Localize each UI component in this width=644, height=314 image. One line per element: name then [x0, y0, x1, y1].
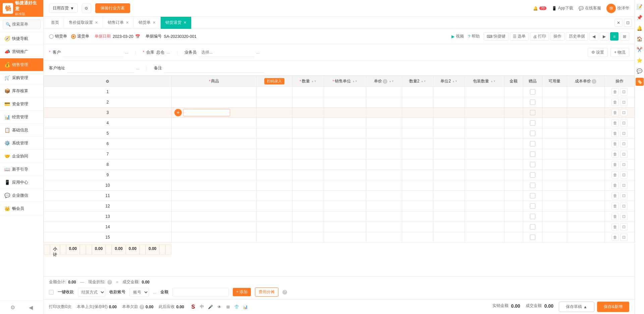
- row-copy-btn-14[interactable]: ⊡: [620, 223, 628, 231]
- logistics-side-btn[interactable]: + 物流: [610, 48, 629, 57]
- sidebar-item-quick-nav[interactable]: 🧭 快捷导航: [0, 32, 43, 45]
- cost-info-icon[interactable]: i: [592, 79, 596, 84]
- row-copy-btn-13[interactable]: ⊡: [620, 213, 628, 220]
- print-btn[interactable]: 🖨 打印: [530, 32, 549, 41]
- row-copy-btn-8[interactable]: ⊡: [620, 161, 628, 168]
- row-product-5[interactable]: [171, 128, 257, 139]
- row-cost-13[interactable]: [567, 211, 604, 222]
- row-price-2[interactable]: [366, 97, 402, 108]
- right-icon-active[interactable]: 🏷️: [636, 78, 644, 86]
- right-icon-notification[interactable]: 🔔: [636, 24, 644, 32]
- remarks-input[interactable]: [164, 63, 265, 73]
- sidebar-item-vip[interactable]: 👑 畅会员: [0, 202, 43, 215]
- row-price-4[interactable]: [366, 118, 402, 128]
- sidebar-item-marketing[interactable]: 📣 营销推广: [0, 45, 43, 58]
- row-copy-btn-6[interactable]: ⊡: [620, 140, 628, 147]
- row-product-9[interactable]: [171, 170, 257, 180]
- gift-checkbox-3[interactable]: [530, 110, 535, 115]
- gift-checkbox-7[interactable]: [530, 151, 535, 157]
- row-unit2-11[interactable]: [433, 191, 465, 201]
- save-new-button[interactable]: 保存&新增: [597, 302, 629, 312]
- row-available-2[interactable]: [542, 97, 567, 108]
- row-unit-4[interactable]: [324, 118, 366, 128]
- row-price-3[interactable]: [366, 108, 402, 118]
- row-qty-8[interactable]: [292, 160, 324, 170]
- expand-tab-button[interactable]: ⊡: [624, 19, 632, 27]
- row-cost-6[interactable]: [567, 139, 604, 149]
- row-delete-btn-6[interactable]: 🗑: [611, 140, 619, 147]
- gift-checkbox-9[interactable]: [530, 172, 535, 178]
- user-profile[interactable]: 徐 徐泽华: [606, 4, 629, 13]
- row-amount-5[interactable]: [504, 128, 523, 139]
- price-info-icon[interactable]: i: [383, 79, 387, 84]
- row-amount-10[interactable]: [504, 180, 523, 191]
- row-qty-6[interactable]: [292, 139, 324, 149]
- trial-button[interactable]: 体验行业方案: [95, 3, 130, 13]
- row-pkg-10[interactable]: [465, 180, 504, 191]
- row-pkg-13[interactable]: [465, 211, 504, 222]
- row-available-15[interactable]: [542, 232, 567, 243]
- customer-input[interactable]: [63, 48, 123, 57]
- grid-view-btn[interactable]: ⊞: [620, 32, 629, 41]
- topbar-settings-button[interactable]: ⚙: [82, 4, 91, 13]
- row-amount-4[interactable]: [504, 118, 523, 128]
- row-cost-11[interactable]: [567, 191, 604, 201]
- tool-chart-icon[interactable]: 📊: [242, 303, 249, 311]
- row-qty-5[interactable]: [292, 128, 324, 139]
- row-cost-15[interactable]: [567, 232, 604, 243]
- row-copy-btn-9[interactable]: ⊡: [620, 171, 628, 179]
- row-copy-btn-4[interactable]: ⊡: [620, 119, 628, 127]
- row-delete-btn-14[interactable]: 🗑: [611, 223, 619, 231]
- tool-s-icon[interactable]: S: [190, 303, 197, 311]
- amount-input[interactable]: [172, 288, 229, 297]
- gift-checkbox-12[interactable]: [530, 203, 535, 209]
- row-delete-btn-9[interactable]: 🗑: [611, 171, 619, 179]
- row-qty2-4[interactable]: [402, 118, 433, 128]
- row-copy-btn-15[interactable]: ⊡: [620, 234, 628, 241]
- row-price-12[interactable]: [366, 201, 402, 211]
- row-qty2-10[interactable]: [402, 180, 433, 191]
- row-unit2-5[interactable]: [433, 128, 465, 139]
- row-product-13[interactable]: [171, 211, 257, 222]
- row-qty2-6[interactable]: [402, 139, 433, 149]
- row-cost-12[interactable]: [567, 201, 604, 211]
- row-available-11[interactable]: [542, 191, 567, 201]
- gift-checkbox-8[interactable]: [530, 162, 535, 167]
- calendar-icon[interactable]: 📅: [135, 34, 140, 39]
- row-delete-btn-12[interactable]: 🗑: [611, 202, 619, 210]
- row-available-6[interactable]: [542, 139, 567, 149]
- row-qty2-8[interactable]: [402, 160, 433, 170]
- row-delete-btn-11[interactable]: 🗑: [611, 192, 619, 199]
- tab-price-setting[interactable]: 售价提取设置✕: [64, 17, 103, 29]
- row-qty-10[interactable]: [292, 180, 324, 191]
- shortcut-btn[interactable]: ⌨ 快捷键: [484, 32, 508, 41]
- row-available-13[interactable]: [542, 211, 567, 222]
- th-price-sort[interactable]: ▲▼: [389, 80, 394, 83]
- th-pkg-sort[interactable]: ▲▼: [490, 80, 496, 83]
- sidebar-item-basic-info[interactable]: 📋 基础信息: [0, 124, 43, 137]
- row-product-14[interactable]: [171, 222, 257, 232]
- row-unit2-14[interactable]: [433, 222, 465, 232]
- app-download-link[interactable]: 📱 App下载: [552, 5, 573, 11]
- split-button[interactable]: 费用分摊: [255, 288, 278, 297]
- row-unit-13[interactable]: [324, 211, 366, 222]
- right-icon-pin[interactable]: 📌: [636, 13, 644, 21]
- row-price-7[interactable]: [366, 149, 402, 160]
- row-qty-7[interactable]: [292, 149, 324, 160]
- row-delete-btn-13[interactable]: 🗑: [611, 213, 619, 220]
- row-qty-15[interactable]: [292, 232, 324, 243]
- row-price-8[interactable]: [366, 160, 402, 170]
- row-amount-6[interactable]: [504, 139, 523, 149]
- row-product-8[interactable]: [171, 160, 257, 170]
- one-click-pay-checkbox[interactable]: [49, 290, 54, 295]
- row-amount-3[interactable]: [504, 108, 523, 118]
- row-product-2[interactable]: [171, 97, 257, 108]
- sidebar-item-inventory[interactable]: 📦 库存核算: [0, 84, 43, 98]
- row-available-10[interactable]: [542, 180, 567, 191]
- row-price-6[interactable]: [366, 139, 402, 149]
- row-amount-14[interactable]: [504, 222, 523, 232]
- row-copy-btn-5[interactable]: ⊡: [620, 130, 628, 137]
- radio-return[interactable]: 退货单: [71, 34, 89, 39]
- row-product-10[interactable]: [171, 180, 257, 191]
- online-service-link[interactable]: 💬 在线客服: [579, 5, 601, 11]
